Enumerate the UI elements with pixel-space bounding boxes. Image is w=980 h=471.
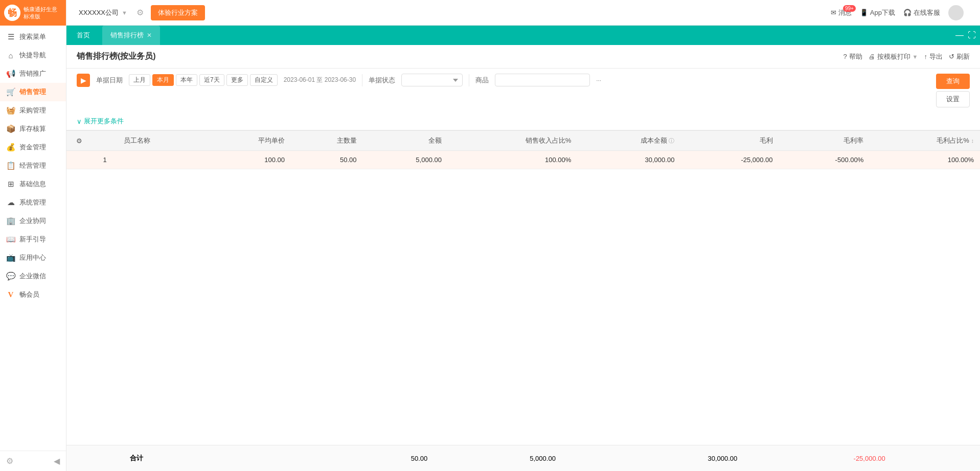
row-employee-name xyxy=(118,151,204,169)
date-btn-custom[interactable]: 自定义 xyxy=(250,74,278,86)
topbar-right: ✉ 消息 99+ 📱 App下载 🎧 在线客服 xyxy=(831,5,972,20)
message-button[interactable]: ✉ 消息 99+ xyxy=(831,8,852,17)
sidebar-footer: ⚙ ◀ xyxy=(0,451,66,471)
sidebar-item-purchase[interactable]: 🧺 采购管理 xyxy=(0,101,66,120)
page-header: 销售排行榜(按业务员) ? 帮助 🖨 按模板打印 ▼ ↑ 导出 ↺ 刷新 xyxy=(66,45,980,69)
print-button[interactable]: 🖨 按模板打印 ▼ xyxy=(869,52,918,61)
home-icon: ⌂ xyxy=(6,51,15,60)
sidebar-item-finance[interactable]: 💰 资金管理 xyxy=(0,138,66,156)
sidebar-item-guide[interactable]: 📖 新手引导 xyxy=(0,230,66,249)
chevron-down-icon: ▼ xyxy=(122,10,127,16)
message-badge: 99+ xyxy=(843,5,856,12)
page-content: 销售排行榜(按业务员) ? 帮助 🖨 按模板打印 ▼ ↑ 导出 ↺ 刷新 xyxy=(66,45,980,471)
topbar-gear-icon[interactable]: ⚙ xyxy=(136,8,144,17)
finance-icon: 💰 xyxy=(6,143,15,152)
tab-close-icon[interactable]: ✕ xyxy=(147,32,152,39)
filter-section: ▶ 单据日期 上月 本月 本年 近7天 更多 自定义 2023-06-01 至 … xyxy=(66,69,980,130)
filter-toggle-button[interactable]: ▶ xyxy=(77,74,90,87)
filter-actions: 查询 设置 xyxy=(936,74,970,107)
row-sales-pct: 100.00% xyxy=(448,151,577,169)
row-settings-cell xyxy=(66,151,92,169)
refresh-icon: ↺ xyxy=(949,53,954,60)
row-gross-rate: -500.00% xyxy=(779,151,870,169)
date-btn-more[interactable]: 更多 xyxy=(226,74,248,86)
help-button[interactable]: ? 帮助 xyxy=(843,52,862,61)
table-body: 1 100.00 50.00 5,000.00 100.00% 30,000.0… xyxy=(66,151,980,169)
date-btn-7days[interactable]: 近7天 xyxy=(199,74,224,86)
more-filters-icon[interactable]: ··· xyxy=(596,77,601,84)
col-sales-pct: 销售收入占比% xyxy=(448,131,577,151)
tab-minimize-icon[interactable]: — xyxy=(955,31,964,40)
company-selector[interactable]: XXXXXX公司 ▼ xyxy=(75,6,131,19)
collapse-sidebar-icon[interactable]: ◀ xyxy=(54,456,60,466)
online-service-button[interactable]: 🎧 在线客服 xyxy=(903,8,940,17)
sidebar-item-marketing[interactable]: 📢 营销推广 xyxy=(0,64,66,83)
settings-footer-icon[interactable]: ⚙ xyxy=(6,456,13,466)
trial-button[interactable]: 体验行业方案 xyxy=(151,5,205,20)
member-icon: V xyxy=(6,290,15,299)
filter-divider-2 xyxy=(469,74,469,86)
system-icon: ☁ xyxy=(6,198,15,207)
table-footer: 合计 50.00 5,000.00 30,000.00 -25,000.00 xyxy=(66,445,980,471)
col-amount: 全额 xyxy=(363,131,448,151)
col-gross-pct: 毛利占比% ↕ xyxy=(870,131,980,151)
sidebar-item-quick-nav[interactable]: ⌂ 快捷导航 xyxy=(0,46,66,64)
tabs-bar-right: — ⛶ xyxy=(955,31,980,40)
status-filter-select[interactable] xyxy=(401,74,463,86)
table-settings-icon[interactable]: ⚙ xyxy=(76,137,82,145)
filter-settings-button[interactable]: 设置 xyxy=(936,91,970,107)
col-employee-name: 员工名称 xyxy=(118,131,204,151)
message-icon: ✉ xyxy=(831,9,836,16)
logo-text: 畅康通好生意 标准版 xyxy=(24,6,57,20)
purchase-icon: 🧺 xyxy=(6,106,15,115)
status-filter-label: 单据状态 xyxy=(369,76,395,85)
tab-home[interactable]: 首页 xyxy=(66,26,100,45)
sidebar-item-app-center[interactable]: 📺 应用中心 xyxy=(0,249,66,267)
company-name: XXXXXX公司 xyxy=(79,8,119,17)
sort-icon[interactable]: ↕ xyxy=(971,138,974,144)
date-btn-last-month[interactable]: 上月 xyxy=(129,74,150,86)
marketing-icon: 📢 xyxy=(6,69,15,78)
sidebar-item-basic-info[interactable]: ⊞ 基础信息 xyxy=(0,175,66,193)
avatar[interactable] xyxy=(948,5,964,20)
refresh-button[interactable]: ↺ 刷新 xyxy=(949,52,970,61)
date-btn-this-month[interactable]: 本月 xyxy=(152,74,174,86)
footer-cost: 30,000.00 xyxy=(603,451,743,466)
phone-icon: 📱 xyxy=(860,9,868,16)
page-header-actions: ? 帮助 🖨 按模板打印 ▼ ↑ 导出 ↺ 刷新 xyxy=(843,52,970,61)
sidebar-item-operations[interactable]: 📋 经营管理 xyxy=(0,156,66,175)
sidebar-item-enterprise[interactable]: 🏢 企业协同 xyxy=(0,212,66,230)
sales-icon: 🛒 xyxy=(6,87,15,97)
sidebar-item-sales[interactable]: 🛒 销售管理 xyxy=(0,83,66,101)
search-button[interactable]: 查询 xyxy=(936,74,970,89)
footer-gross: -25,000.00 xyxy=(743,451,891,466)
sidebar-item-member[interactable]: V 畅会员 xyxy=(0,285,66,304)
tab-maximize-icon[interactable]: ⛶ xyxy=(968,31,976,40)
goods-filter-input[interactable] xyxy=(495,74,590,86)
row-gross-pct: 100.00% xyxy=(870,151,980,169)
expand-filters-button[interactable]: ∨ 展开更多条件 xyxy=(77,117,124,126)
export-button[interactable]: ↑ 导出 xyxy=(924,52,943,61)
operations-icon: 📋 xyxy=(6,161,15,170)
row-gross: -25,000.00 xyxy=(680,151,779,169)
logo-icon: 畅 xyxy=(4,5,20,21)
filter-divider-1 xyxy=(362,74,362,86)
sidebar-item-system[interactable]: ☁ 系统管理 xyxy=(0,193,66,212)
sidebar-item-inventory[interactable]: 📦 库存核算 xyxy=(0,120,66,138)
row-cost: 30,000.00 xyxy=(577,151,680,169)
col-gross: 毛利 xyxy=(680,131,779,151)
sidebar-item-wechat[interactable]: 💬 企业微信 xyxy=(0,267,66,285)
app-download-button[interactable]: 📱 App下载 xyxy=(860,8,895,17)
data-table: ⚙ 员工名称 平均单价 主数量 xyxy=(66,130,980,169)
col-gross-rate: 毛利率 xyxy=(779,131,870,151)
date-btn-this-year[interactable]: 本年 xyxy=(176,74,197,86)
date-range: 2023-06-01 至 2023-06-30 xyxy=(284,76,356,84)
sidebar: 畅 畅康通好生意 标准版 ☰ 搜索菜单 ⌂ 快捷导航 📢 营销推广 🛒 销售管理… xyxy=(0,0,66,471)
col-settings[interactable]: ⚙ xyxy=(66,131,92,151)
col-cost: 成本全额 ⓘ xyxy=(577,131,680,151)
tab-sales-ranking[interactable]: 销售排行榜 ✕ xyxy=(102,26,160,45)
filter-main-row: ▶ 单据日期 上月 本月 本年 近7天 更多 自定义 2023-06-01 至 … xyxy=(66,69,980,113)
sidebar-item-search-order[interactable]: ☰ 搜索菜单 xyxy=(0,28,66,46)
footer-row: 合计 50.00 5,000.00 30,000.00 -25,000.00 xyxy=(73,451,974,466)
headset-icon: 🎧 xyxy=(903,9,911,16)
